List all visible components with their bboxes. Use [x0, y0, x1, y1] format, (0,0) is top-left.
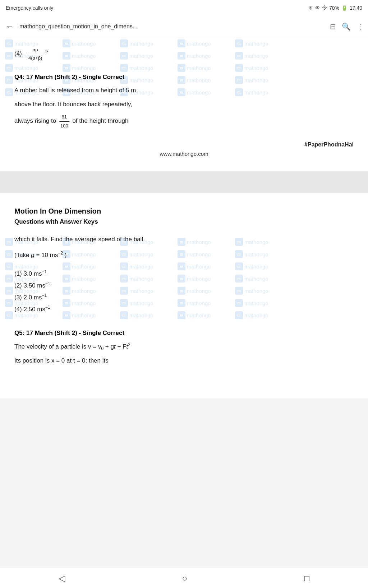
nav-recents-button[interactable]: □	[296, 570, 318, 586]
status-emergency: Emergency calls only	[6, 5, 53, 11]
fraction-81-100: 81 100	[59, 113, 69, 130]
formula-exponent: t²	[45, 49, 48, 54]
back-button[interactable]: ←	[4, 20, 15, 33]
option-2: (2) 3.50 ms−1	[14, 280, 354, 291]
battery-icon: 🔋	[341, 5, 348, 11]
page-separator	[0, 176, 368, 193]
formula-fraction: αρ 4(α+β)	[27, 46, 43, 62]
q4-label: Q4: 17 March (Shift 2) - Single Correct	[14, 74, 354, 81]
upper-page-footer: #PaperPhodnaHai www.mathongo.com	[14, 141, 354, 157]
upper-page: mmathongo mmathongo mmathongo mmathongo …	[0, 37, 368, 176]
website: www.mathongo.com	[14, 151, 354, 157]
q4-text3-post: of the height through	[72, 118, 128, 125]
section-title: Motion In One Dimension	[14, 207, 354, 215]
bluetooth-icon: ✳	[308, 5, 313, 11]
wifi-icon: 令	[322, 5, 327, 11]
option-4: (4) 2.50 ms−1	[14, 303, 354, 315]
document-icon[interactable]: ⊟	[330, 22, 336, 31]
lower-page: mmathongo mmathongo mmathongo mmathongo …	[0, 193, 368, 398]
bottom-nav: ◁ ○ □	[0, 568, 368, 588]
take-g-line: (Take g = 10 ms−2 )	[14, 249, 354, 261]
q5-text2: Its position is x = 0 at t = 0; then its	[14, 355, 354, 367]
continuation-text: which it falls. Find the average speed o…	[14, 234, 354, 245]
status-bar: Emergency calls only ✳ 👁 令 70% 🔋 17:40	[0, 0, 368, 16]
q4-text3-pre: always rising to	[14, 118, 56, 125]
battery-indicator: 70%	[329, 5, 339, 11]
status-right: ✳ 👁 令 70% 🔋 17:40	[308, 5, 362, 11]
q4-text1: A rubber ball is released from a height …	[14, 85, 354, 96]
options-list: (1) 3.0 ms−1 (2) 3.50 ms−1 (3) 2.0 ms−1 …	[14, 268, 354, 315]
q4-text3: always rising to 81 100 of the height th…	[14, 113, 354, 130]
nav-bar: ← mathongo_question_motion_in_one_dimens…	[0, 16, 368, 37]
search-icon[interactable]: 🔍	[342, 22, 351, 31]
lower-content: Motion In One Dimension Questions with A…	[14, 207, 354, 367]
q5-text1: The velocity of a particle is v = v0 + g…	[14, 341, 354, 353]
q5-label: Q5: 17 March (Shift 2) - Single Correct	[14, 330, 354, 337]
option-1: (1) 3.0 ms−1	[14, 268, 354, 280]
nav-icons: ⊟ 🔍 ⋮	[330, 22, 364, 31]
more-options-icon[interactable]: ⋮	[356, 22, 364, 31]
option-3: (3) 2.0 ms−1	[14, 291, 354, 303]
question-block-q4: Q4: 17 March (Shift 2) - Single Correct …	[14, 74, 354, 130]
formula-number: (4)	[14, 50, 25, 57]
nav-home-button[interactable]: ○	[173, 570, 196, 586]
hashtag: #PaperPhodnaHai	[14, 141, 354, 148]
section-subtitle: Questions with Answer Keys	[14, 218, 354, 225]
time-display: 17:40	[350, 5, 362, 11]
question-block-q5: Q5: 17 March (Shift 2) - Single Correct …	[14, 330, 354, 367]
nav-back-button[interactable]: ◁	[50, 570, 74, 586]
page-title: mathongo_question_motion_in_one_dimens..…	[19, 23, 326, 30]
q4-text2: above the floor. It bounces back repeate…	[14, 99, 354, 110]
formula-line: (4) αρ 4(α+β) t²	[14, 46, 354, 62]
eye-icon: 👁	[315, 5, 320, 11]
